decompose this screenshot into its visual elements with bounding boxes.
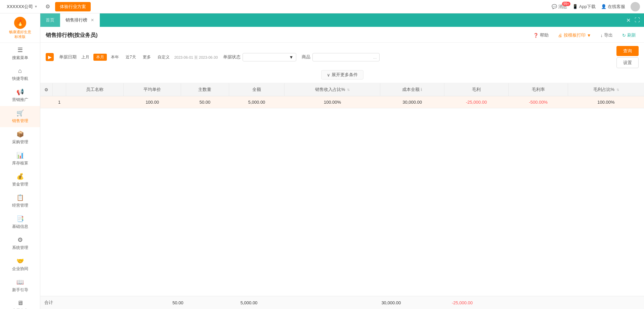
- table-row: 1 100.00 50.00 5,000.00 100.00% 30,000.0…: [40, 96, 644, 108]
- company-selector[interactable]: XXXXXX公司 ▼: [4, 2, 40, 11]
- more-dots: ...: [373, 55, 377, 60]
- print-chevron-icon: ▼: [587, 33, 591, 38]
- sidebar-item-basics[interactable]: 📑 基础信息: [0, 212, 40, 233]
- status-chevron-icon: ▼: [289, 55, 293, 60]
- trial-button[interactable]: 体验行业方案: [55, 2, 91, 11]
- sidebar-item-label: 销售管理: [12, 118, 28, 124]
- row-rank-cell: 1: [53, 96, 66, 108]
- help-button[interactable]: ❓ 帮助: [530, 31, 551, 40]
- sidebar-item-sales[interactable]: 🛒 销售管理: [0, 106, 40, 127]
- col-avg-price: 平均单价: [124, 83, 181, 96]
- info-icon[interactable]: ℹ: [421, 87, 422, 92]
- sidebar-item-finance[interactable]: 💰 资金管理: [0, 169, 40, 191]
- logo-icon: 🔥: [14, 17, 26, 29]
- query-button[interactable]: 查询: [616, 46, 639, 56]
- sidebar-item-guide[interactable]: 📖 新手引导: [0, 275, 40, 296]
- filter-actions: 查询 设置: [616, 46, 639, 68]
- row-avg-price-cell: 100.00: [124, 96, 181, 108]
- export-button[interactable]: ↓ 导出: [598, 31, 616, 40]
- col-settings[interactable]: ⚙: [40, 83, 53, 96]
- col-gross-rate: 毛利率: [509, 83, 568, 96]
- maximize-icon[interactable]: ⛶: [635, 17, 640, 23]
- footer-label: 合计: [44, 300, 71, 306]
- avatar[interactable]: [631, 2, 640, 11]
- tab-sales-ranking[interactable]: 销售排行榜 ✕: [60, 13, 100, 27]
- status-filter-item: 单据状态 ▼: [223, 53, 296, 61]
- service-icon: 👤: [601, 4, 606, 9]
- expand-more-button[interactable]: ∨ 展开更多条件: [321, 70, 363, 80]
- chevron-down-icon: ▼: [34, 5, 38, 8]
- logo-area: 🔥 畅康通好生意 标准版: [0, 13, 40, 43]
- sidebar-item-enterprise[interactable]: 🤝 企业协同: [0, 254, 40, 275]
- footer-cost-amount: 30,000.00: [356, 300, 427, 305]
- service-item[interactable]: 👤 在线客服: [601, 4, 625, 10]
- shortcut-this-month[interactable]: 本月: [93, 54, 107, 61]
- shortcut-7days[interactable]: 近7天: [123, 54, 139, 61]
- sidebar-item-marketing[interactable]: 📢 营销推广: [0, 85, 40, 106]
- status-select[interactable]: ▼: [243, 53, 296, 61]
- refresh-icon: ↻: [622, 33, 626, 38]
- app-download-item[interactable]: 📱 App下载: [572, 4, 596, 10]
- finance-icon: 💰: [16, 173, 24, 180]
- sidebar-item-label: 采购管理: [12, 139, 28, 145]
- table-container: ⚙ 员工名称 平均单价 主数量: [40, 83, 644, 296]
- row-qty-cell: 50.00: [181, 96, 229, 108]
- filter-expand-button[interactable]: ▶: [46, 53, 54, 61]
- sidebar-item-label: 搜索菜单: [12, 55, 28, 61]
- app-icon: 📱: [572, 4, 578, 9]
- shortcut-custom[interactable]: 自定义: [155, 54, 172, 61]
- sidebar-item-label: 基础信息: [12, 224, 28, 229]
- settings-icon[interactable]: ⚙: [43, 2, 52, 11]
- settings-button[interactable]: 设置: [616, 57, 639, 68]
- col-gross-profit: 毛利: [444, 83, 509, 96]
- system-icon: ⚙: [17, 236, 23, 244]
- sidebar-item-operations[interactable]: 📋 经营管理: [0, 191, 40, 212]
- message-icon: 💬: [552, 4, 557, 9]
- tab-close-icon[interactable]: ✕: [91, 18, 94, 22]
- col-name: 员工名称: [66, 83, 124, 96]
- message-item[interactable]: 💬 消息 99+: [552, 4, 567, 10]
- row-cost-amount-cell: 30,000.00: [380, 96, 444, 108]
- sidebar-item-search[interactable]: ☰ 搜索菜单: [0, 43, 40, 64]
- sidebar-item-shortcuts[interactable]: ⌂ 快捷导航: [0, 64, 40, 85]
- footer-gross-rate: [498, 300, 569, 305]
- sidebar-item-label: 新手引导: [12, 287, 28, 293]
- sidebar-item-system[interactable]: ⚙ 系统管理: [0, 233, 40, 254]
- filter-row-2: ∨ 展开更多条件: [46, 68, 639, 80]
- goods-filter-item: 商品 ...: [302, 53, 380, 61]
- operations-icon: 📋: [16, 194, 24, 201]
- status-label: 单据状态: [223, 54, 241, 60]
- table-header-row: ⚙ 员工名称 平均单价 主数量: [40, 83, 644, 96]
- top-bar: XXXXXX公司 ▼ ⚙ 体验行业方案 💬 消息 99+ 📱 App下载 👤 在…: [0, 0, 644, 13]
- inventory-icon: 📊: [16, 152, 24, 159]
- purchase-icon: 📦: [16, 131, 24, 138]
- shortcut-more[interactable]: 更多: [140, 54, 154, 61]
- sidebar-item-apps[interactable]: 🖥 应用中心: [0, 296, 40, 309]
- service-label: 在线客服: [608, 4, 625, 10]
- row-sales-pct-cell: 100.00%: [285, 96, 380, 108]
- apps-icon: 🖥: [17, 300, 23, 307]
- guide-icon: 📖: [16, 278, 24, 286]
- tab-bar: 首页 销售排行榜 ✕ ✕ ⛶: [40, 13, 644, 27]
- sidebar-item-purchase[interactable]: 📦 采购管理: [0, 127, 40, 148]
- date-range-display: 2023-06-01 至 2023-06-30: [174, 55, 218, 60]
- page-header-actions: ❓ 帮助 🖨 按模板打印 ▼ ↓ 导出 ↻ 刷新: [530, 31, 639, 40]
- shortcut-this-year[interactable]: 本年: [108, 54, 122, 61]
- sort-icon: ⇅: [347, 88, 350, 92]
- close-window-icon[interactable]: ✕: [626, 17, 631, 23]
- refresh-button[interactable]: ↻ 刷新: [619, 31, 639, 40]
- sidebar-item-inventory[interactable]: 📊 库存核算: [0, 148, 40, 169]
- date-shortcuts: 上月 本月 本年 近7天 更多 自定义: [79, 54, 172, 61]
- sidebar-item-label: 经营管理: [12, 203, 28, 208]
- col-cost-amount: 成本全额 ℹ: [380, 83, 444, 96]
- footer-qty: 50.00: [142, 300, 214, 305]
- shortcut-last-month[interactable]: 上月: [79, 54, 92, 61]
- sidebar-item-label: 应用中心: [12, 308, 28, 309]
- tab-home[interactable]: 首页: [40, 13, 60, 27]
- home-icon: ⌂: [18, 67, 22, 74]
- print-button[interactable]: 🖨 按模板打印 ▼: [555, 31, 594, 40]
- col-sales-pct: 销售收入占比% ⇅: [285, 83, 380, 96]
- goods-input[interactable]: ...: [312, 53, 380, 61]
- sidebar-item-label: 资金管理: [12, 182, 28, 187]
- page-content: 销售排行榜(按业务员) ❓ 帮助 🖨 按模板打印 ▼ ↓ 导出: [40, 27, 644, 309]
